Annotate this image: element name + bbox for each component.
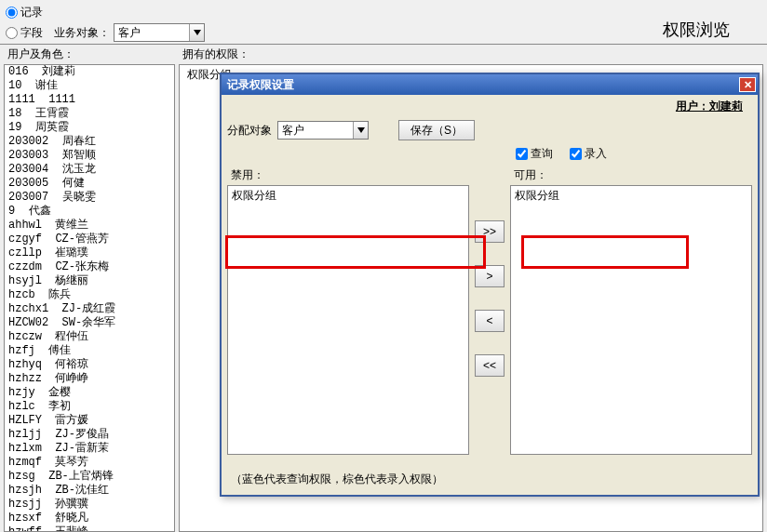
list-item[interactable]: czllp 崔璐璞 [5,246,174,260]
list-item[interactable]: hzchx1 ZJ-成红霞 [5,302,174,316]
business-object-combo[interactable] [114,23,205,42]
assign-combo[interactable] [277,121,369,140]
dual-listbox-area: 禁用： 可用： 权限分组 >> > < << 权限分组 [227,166,752,466]
list-item[interactable]: hzczw 程仲伍 [5,330,174,344]
disable-listbox[interactable]: 权限分组 [227,185,469,455]
list-item[interactable]: 203004 沈玉龙 [5,163,174,177]
move-all-left-button[interactable]: << [475,354,505,377]
list-item[interactable]: HZCW02 SW-余华军 [5,316,174,330]
list-item[interactable]: HZLFY 雷方媛 [5,414,174,428]
list-item[interactable]: 016 刘建莉 [5,65,174,79]
close-icon[interactable]: ✕ [739,77,756,92]
list-item[interactable]: hsyjl 杨继丽 [5,274,174,288]
check-row: 查询 录入 [227,144,752,166]
permissions-panel-label: 拥有的权限： [182,47,763,62]
checkbox-query[interactable]: 查询 [516,146,553,162]
list-item[interactable]: 19 周英霞 [5,121,174,135]
chevron-down-icon[interactable] [189,24,204,41]
list-item[interactable]: hzfj 傅佳 [5,344,174,358]
list-item[interactable]: hzjy 金樱 [5,386,174,400]
list-item[interactable]: 权限分组 [515,188,747,204]
list-item[interactable]: czgyf CZ-管燕芳 [5,233,174,246]
move-left-button[interactable]: < [475,310,505,332]
page-title: 权限浏览 [663,19,730,41]
radio-record[interactable]: 记录 [6,5,43,20]
list-item[interactable]: 203002 周春红 [5,135,174,149]
business-object-input[interactable] [114,24,189,41]
users-list[interactable]: 016 刘建莉10 谢佳1111 111118 王霄霞19 周英霞203002 … [4,64,175,532]
list-item[interactable]: 203007 吴晓雯 [5,191,174,205]
list-item[interactable]: hzsg ZB-上官炳锋 [5,470,174,484]
list-item[interactable]: hzsjh ZB-沈佳红 [5,484,174,498]
assign-label: 分配对象 [227,123,272,139]
list-item[interactable]: hzlxm ZJ-雷新茉 [5,442,174,456]
list-item[interactable]: hzsjj 孙骥骥 [5,498,174,512]
radio-record-label: 记录 [20,5,43,20]
list-item[interactable]: hzlc 李初 [5,400,174,414]
dialog-user-line: 用户：刘建莉 [227,97,752,116]
users-panel: 用户及角色： 016 刘建莉10 谢佳1111 111118 王霄霞19 周英霞… [0,45,175,532]
list-item[interactable]: hzmqf 莫琴芳 [5,456,174,470]
top-bar: 记录 字段 业务对象： 权限浏览 [0,0,767,45]
list-item[interactable]: 9 代鑫 [5,205,174,219]
users-panel-label: 用户及角色： [7,47,175,62]
list-item[interactable]: hzcb 陈兵 [5,288,174,302]
checkbox-input[interactable]: 录入 [570,146,607,162]
list-item[interactable]: 203005 何健 [5,177,174,191]
dialog-title-text: 记录权限设置 [227,77,294,93]
hint-text: （蓝色代表查询权限，棕色代表录入权限） [227,466,752,489]
move-all-right-button[interactable]: >> [475,220,505,243]
list-item[interactable]: czzdm CZ-张东梅 [5,260,174,274]
list-item[interactable]: 权限分组 [232,188,464,204]
transfer-buttons: >> > < << [469,185,510,466]
list-item[interactable]: 10 谢佳 [5,79,174,93]
assign-input[interactable] [278,122,353,139]
list-item[interactable]: hzhzz 何峥峥 [5,372,174,386]
list-item[interactable]: hzwff 王斐峰 [5,525,174,532]
radio-field-label: 字段 [20,25,43,41]
chevron-down-icon[interactable] [353,122,368,139]
disable-label: 禁用： [227,166,469,185]
list-item[interactable]: 18 王霄霞 [5,107,174,121]
list-item[interactable]: hzljj ZJ-罗俊晶 [5,428,174,442]
list-item[interactable]: hzsxf 舒晓凡 [5,512,174,525]
radio-field[interactable]: 字段 [6,25,43,41]
business-object-label: 业务对象： [54,25,110,41]
list-item[interactable]: hzhyq 何裕琼 [5,358,174,372]
record-permission-dialog: 记录权限设置 ✕ 用户：刘建莉 分配对象 保存（S） 查询 录入 [220,73,760,497]
dialog-titlebar: 记录权限设置 ✕ [222,74,758,95]
enable-label: 可用： [510,166,752,185]
save-button[interactable]: 保存（S） [398,120,475,140]
list-item[interactable]: 1111 1111 [5,93,174,107]
assign-row: 分配对象 保存（S） [227,116,752,144]
list-item[interactable]: 203003 郑智顺 [5,149,174,163]
list-item[interactable]: ahhwl 黄维兰 [5,219,174,233]
enable-listbox[interactable]: 权限分组 [510,185,752,455]
dialog-body: 用户：刘建莉 分配对象 保存（S） 查询 录入 [222,95,758,495]
move-right-button[interactable]: > [475,265,505,287]
